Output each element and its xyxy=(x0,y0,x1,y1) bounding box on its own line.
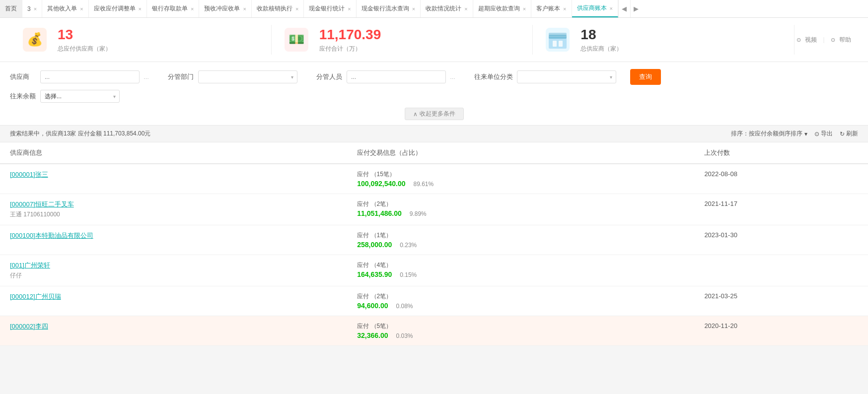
person-input[interactable] xyxy=(347,70,446,83)
svg-rect-9 xyxy=(549,33,567,36)
summary-label-suppliers: 总应付供应商（家） xyxy=(58,45,111,53)
th-tx-info: 应付交易信息（占比） xyxy=(347,142,694,164)
sort-icon: ▾ xyxy=(804,131,807,137)
nav-other-income[interactable]: 其他收入单 × xyxy=(42,0,88,17)
last-pay-date-3: 2023-01-30 xyxy=(704,231,737,239)
nav-collection-stat[interactable]: 收款情况统计 × xyxy=(421,0,473,17)
supplier-link-4[interactable]: [001]广州荣轩 xyxy=(10,262,50,269)
close-other-income-icon[interactable]: × xyxy=(80,6,83,12)
summary-label-total: 总供应商（家） xyxy=(580,45,622,53)
tx-cell-4: 应付 （4笔） 164,635.90 0.15% xyxy=(347,255,694,286)
tx-amount-2[interactable]: 11,051,486.00 xyxy=(357,209,402,217)
supplier-link-3[interactable]: [000100]本特勤油品有限公司 xyxy=(10,232,93,239)
last-pay-cell-2: 2021-11-17 xyxy=(694,194,868,225)
help-link[interactable]: 帮助 xyxy=(839,36,851,44)
nav-ar-ap-adjust[interactable]: 应收应付调整单 × xyxy=(89,0,147,17)
refresh-icon: ↻ xyxy=(840,131,845,137)
nav-bank-deposit[interactable]: 银行存取款单 × xyxy=(147,0,199,17)
svg-rect-7 xyxy=(553,41,557,47)
last-pay-date-2: 2021-11-17 xyxy=(704,200,737,207)
close-overdue-ar-icon[interactable]: × xyxy=(523,6,526,12)
nav-supplier-ledger[interactable]: 供应商账本 × xyxy=(572,0,618,17)
nav-overdue-ar[interactable]: 超期应收款查询 × xyxy=(473,0,531,17)
person-more-icon[interactable]: … xyxy=(450,74,455,80)
filter-category: 往来单位分类 xyxy=(474,70,616,83)
last-pay-cell-6: 2020-11-20 xyxy=(694,316,868,346)
export-icon: ⊙ xyxy=(814,131,819,137)
table-row: [000002]李四 应付 （5笔） 32,366.00 0.03% 2020-… xyxy=(0,316,868,346)
video-icon: ⊙ xyxy=(796,37,801,43)
close-tab3-icon[interactable]: × xyxy=(34,6,37,12)
close-prepay-icon[interactable]: × xyxy=(243,6,246,12)
tx-amount-5[interactable]: 94,600.00 xyxy=(357,302,388,310)
table-row: [000012]广州贝瑞 应付 （2笔） 94,600.00 0.08% 202… xyxy=(0,286,868,316)
tx-amount-4[interactable]: 164,635.90 xyxy=(357,270,392,278)
nav-prepay-ar[interactable]: 预收冲应收单 × xyxy=(199,0,251,17)
svg-text:💵: 💵 xyxy=(289,31,305,47)
tx-percent-6: 0.03% xyxy=(396,332,413,339)
tx-amount-3[interactable]: 258,000.00 xyxy=(357,241,392,249)
close-cash-bank-stat-icon[interactable]: × xyxy=(348,6,351,12)
nav-prev-arrow[interactable]: ◀ xyxy=(618,0,630,17)
tx-amount-6[interactable]: 32,366.00 xyxy=(357,331,388,339)
summary-num-payable: 11,170.39 xyxy=(319,26,381,43)
supplier-link-1[interactable]: [000001]张三 xyxy=(10,171,48,178)
close-ar-ap-icon[interactable]: × xyxy=(139,6,142,12)
supplier-cell-2: [000007]恒旺二手叉车 王通 17106110000 xyxy=(0,194,347,225)
close-cash-bank-query-icon[interactable]: × xyxy=(412,6,415,12)
close-bank-icon[interactable]: × xyxy=(191,6,194,12)
tx-label-5: 应付 （2笔） xyxy=(357,292,684,301)
last-pay-date-1: 2022-08-08 xyxy=(704,170,737,178)
chevron-up-icon: ∧ xyxy=(413,111,418,118)
svg-text:💰: 💰 xyxy=(27,31,43,47)
filter-person: 分管人员 … xyxy=(316,70,455,83)
nav-collection-verify[interactable]: 收款核销执行 × xyxy=(252,0,304,17)
supplier-table: 供应商信息 应付交易信息（占比） 上次付数 [000001]张三 xyxy=(0,142,868,346)
nav-cash-bank-query[interactable]: 现金银行流水查询 × xyxy=(357,0,421,17)
supplier-more-icon[interactable]: … xyxy=(144,74,149,80)
shop-icon xyxy=(543,25,573,55)
tx-label-4: 应付 （4笔） xyxy=(357,261,684,269)
tx-cell-6: 应付 （5笔） 32,366.00 0.03% xyxy=(347,316,694,346)
collapse-button[interactable]: ∧ 收起更多条件 xyxy=(405,108,464,120)
filter-balance: 往来余额 选择... xyxy=(10,90,120,103)
filter-supplier: 供应商 … xyxy=(10,70,149,83)
query-button[interactable]: 查询 xyxy=(630,69,661,85)
tx-amount-1[interactable]: 100,092,540.00 xyxy=(357,180,405,188)
last-pay-cell-5: 2021-03-25 xyxy=(694,286,868,316)
nav-tab3[interactable]: 3 × xyxy=(22,0,42,17)
close-customer-ledger-icon[interactable]: × xyxy=(563,6,566,12)
category-select[interactable] xyxy=(517,70,616,83)
export-button[interactable]: ⊙ 导出 xyxy=(814,130,833,138)
close-collection-stat-icon[interactable]: × xyxy=(464,6,467,12)
balance-select[interactable]: 选择... xyxy=(40,90,120,103)
refresh-button[interactable]: ↻ 刷新 xyxy=(840,130,858,138)
supplier-input[interactable] xyxy=(40,70,140,83)
table-row: [000001]张三 应付 （15笔） 100,092,540.00 89.61… xyxy=(0,164,868,194)
sort-button[interactable]: 排序：按应付余额倒序排序 ▾ xyxy=(731,130,807,138)
tx-cell-1: 应付 （15笔） 100,092,540.00 89.61% xyxy=(347,164,694,194)
nav-customer-ledger[interactable]: 客户账本 × xyxy=(531,0,572,17)
table-row: [000007]恒旺二手叉车 王通 17106110000 应付 （2笔） 11… xyxy=(0,194,868,225)
category-filter-label: 往来单位分类 xyxy=(474,72,514,81)
tx-percent-2: 9.89% xyxy=(410,210,427,217)
nav-home[interactable]: 首页 xyxy=(0,0,22,17)
dept-select[interactable] xyxy=(198,70,297,83)
balance-filter-label: 往来余额 xyxy=(10,92,37,101)
supplier-sub-2: 王通 17106110000 xyxy=(10,210,337,219)
supplier-link-6[interactable]: [000002]李四 xyxy=(10,323,48,330)
video-link[interactable]: 视频 xyxy=(805,36,817,44)
close-supplier-ledger-icon[interactable]: × xyxy=(610,5,613,11)
balance-select-wrapper: 选择... xyxy=(40,90,120,103)
summary-card-suppliers: 💰 13 总应付供应商（家） xyxy=(10,25,272,55)
summary-text-payable: 11,170.39 应付合计（万） xyxy=(319,26,381,54)
nav-next-arrow[interactable]: ▶ xyxy=(630,0,642,17)
tx-label-1: 应付 （15笔） xyxy=(357,170,684,179)
result-summary-text: 搜索结果中，供应商13家 应付金额 111,703,854.00元 xyxy=(10,130,150,138)
close-collection-verify-icon[interactable]: × xyxy=(295,6,298,12)
tx-percent-3: 0.23% xyxy=(400,242,417,249)
supplier-link-5[interactable]: [000012]广州贝瑞 xyxy=(10,293,61,300)
nav-cash-bank-stat[interactable]: 现金银行统计 × xyxy=(304,0,356,17)
table-row: [001]广州荣轩 仔仔 应付 （4笔） 164,635.90 0.15% xyxy=(0,255,868,286)
supplier-link-2[interactable]: [000007]恒旺二手叉车 xyxy=(10,200,74,208)
